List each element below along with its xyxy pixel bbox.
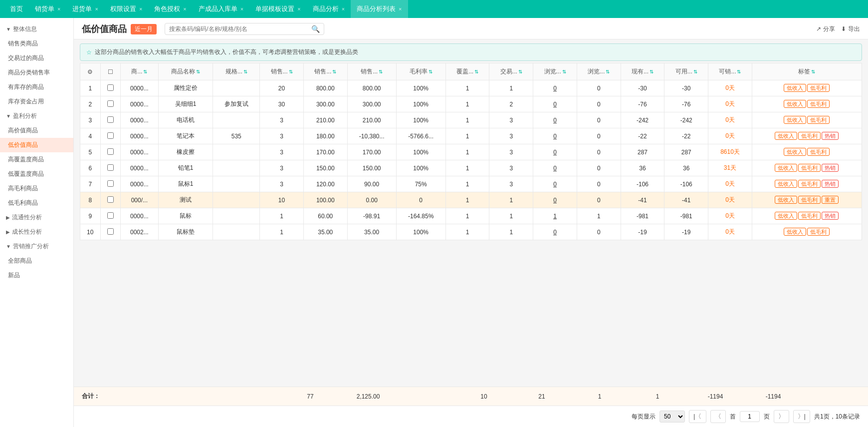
close-icon[interactable]: × bbox=[342, 6, 345, 12]
row-checkbox[interactable] bbox=[107, 228, 114, 235]
export-button[interactable]: ⬇ 导出 bbox=[841, 25, 860, 33]
nav-sales-order[interactable]: 销货单 × bbox=[29, 0, 66, 18]
period-tag-button[interactable]: 近一月 bbox=[131, 24, 157, 34]
table-row: 6 0000... 铅笔1 3 150.00 150.00 100% 1 3 0… bbox=[80, 160, 862, 176]
nav-roles[interactable]: 角色授权 × bbox=[148, 0, 192, 18]
col-sale2[interactable]: 销售...⇅ bbox=[303, 63, 347, 80]
col-checkbox[interactable]: ☐ bbox=[100, 63, 120, 80]
sidebar-group-growth[interactable]: ▶ 成长性分析 bbox=[0, 225, 73, 239]
first-page-button[interactable]: |〈 bbox=[689, 410, 706, 423]
col-sale1[interactable]: 销售...⇅ bbox=[260, 63, 304, 80]
browse-link[interactable]: 0 bbox=[553, 117, 557, 124]
footer-summary: 合计： 77 2,125.00 10 21 1 1 -1194 -1194 bbox=[74, 387, 868, 406]
last-page-button[interactable]: 〉| bbox=[793, 410, 810, 423]
col-spec[interactable]: 规格...⇅ bbox=[213, 63, 260, 80]
col-tags[interactable]: 标签⇅ bbox=[752, 63, 862, 80]
row-checkbox[interactable] bbox=[107, 132, 114, 139]
tag-badge: 重置 bbox=[822, 196, 839, 204]
col-margin[interactable]: 毛利率⇅ bbox=[396, 63, 445, 80]
close-icon[interactable]: × bbox=[297, 6, 300, 12]
sidebar-item-high-value[interactable]: 高价值商品 bbox=[0, 123, 73, 138]
browse-link[interactable]: 0 bbox=[553, 101, 557, 108]
page-input[interactable] bbox=[740, 411, 760, 422]
prev-page-button[interactable]: 〈 bbox=[710, 410, 726, 423]
sidebar-item-sales-products[interactable]: 销售类商品 bbox=[0, 36, 73, 51]
row-checkbox[interactable] bbox=[107, 116, 114, 123]
browse-link[interactable]: 0 bbox=[553, 197, 557, 204]
browse-link[interactable]: 0 bbox=[553, 149, 557, 156]
next-page-button[interactable]: 〉 bbox=[774, 410, 789, 423]
col-name[interactable]: 商品名称⇅ bbox=[159, 63, 213, 80]
main-content: 低价值商品 近一月 🔍 ↗ 分享 ⬇ 导出 ☆ 这部分商品的销售收入大幅低于商品… bbox=[74, 18, 868, 427]
sidebar-item-all-products[interactable]: 全部商品 bbox=[0, 254, 73, 268]
browse-link[interactable]: 0 bbox=[553, 85, 557, 92]
browse-link[interactable]: 0 bbox=[553, 181, 557, 188]
row-checkbox[interactable] bbox=[107, 212, 114, 219]
nav-product-analysis-list[interactable]: 商品分析列表 × bbox=[351, 0, 408, 18]
col-browse2[interactable]: 浏览...⇅ bbox=[577, 63, 621, 80]
col-trade[interactable]: 交易...⇅ bbox=[489, 63, 533, 80]
browse-link[interactable]: 0 bbox=[553, 165, 557, 172]
row-checkbox[interactable] bbox=[107, 84, 114, 91]
per-page-select[interactable]: 50 100 200 bbox=[659, 411, 685, 423]
sidebar-item-high-margin[interactable]: 高毛利商品 bbox=[0, 181, 73, 196]
col-current[interactable]: 现有...⇅ bbox=[621, 63, 664, 80]
sidebar-group-liquidity[interactable]: ▶ 流通性分析 bbox=[0, 210, 73, 225]
sidebar-item-inventory-products[interactable]: 有库存的商品 bbox=[0, 80, 73, 94]
chevron-down-icon: ▼ bbox=[6, 244, 11, 249]
search-input[interactable] bbox=[169, 25, 311, 32]
tag-badge: 低收入 bbox=[784, 100, 806, 108]
table-row: 5 0000... 橡皮擦 3 170.00 170.00 100% 1 3 0… bbox=[80, 144, 862, 160]
sidebar: ▼ 整体信息 销售类商品 交易过的商品 商品分类销售率 有库存的商品 库存资金占… bbox=[0, 18, 74, 427]
row-checkbox[interactable] bbox=[107, 164, 114, 171]
sidebar-group-overview[interactable]: ▼ 整体信息 bbox=[0, 22, 73, 36]
search-bar[interactable]: 🔍 bbox=[165, 23, 324, 35]
col-browse1[interactable]: 浏览...⇅ bbox=[533, 63, 577, 80]
sidebar-item-low-value[interactable]: 低价值商品 bbox=[0, 138, 73, 152]
row-checkbox[interactable] bbox=[107, 148, 114, 155]
nav-template-settings[interactable]: 单据模板设置 × bbox=[249, 0, 306, 18]
close-icon[interactable]: × bbox=[57, 6, 60, 12]
col-usable[interactable]: 可用...⇅ bbox=[664, 63, 708, 80]
footer-label: 合计： bbox=[82, 392, 100, 401]
sidebar-item-high-coverage[interactable]: 高覆盖度商品 bbox=[0, 152, 73, 167]
col-cover[interactable]: 覆盖...⇅ bbox=[445, 63, 489, 80]
row-checkbox[interactable] bbox=[107, 100, 114, 107]
sidebar-item-new-products[interactable]: 新品 bbox=[0, 268, 73, 283]
browse-link[interactable]: 1 bbox=[553, 213, 557, 220]
browse-link[interactable]: 0 bbox=[553, 133, 557, 140]
sidebar-item-low-margin[interactable]: 低毛利商品 bbox=[0, 196, 73, 210]
close-icon[interactable]: × bbox=[399, 6, 402, 12]
sidebar-item-category-sales[interactable]: 商品分类销售率 bbox=[0, 65, 73, 80]
close-icon[interactable]: × bbox=[183, 6, 186, 12]
tag-badge: 低毛利 bbox=[798, 212, 821, 220]
tag-badge: 热销 bbox=[822, 132, 839, 140]
close-icon[interactable]: × bbox=[139, 6, 142, 12]
page-title: 低价值商品 bbox=[82, 23, 127, 35]
nav-finished-goods[interactable]: 产成品入库单 × bbox=[193, 0, 249, 18]
nav-home[interactable]: 首页 bbox=[4, 0, 29, 18]
row-checkbox[interactable] bbox=[107, 180, 114, 187]
sidebar-group-marketing[interactable]: ▼ 营销推广分析 bbox=[0, 239, 73, 254]
table-row: 3 0000... 电话机 3 210.00 210.00 100% 1 3 0… bbox=[80, 112, 862, 128]
close-icon[interactable]: × bbox=[240, 6, 243, 12]
chevron-right-icon: ▶ bbox=[6, 229, 10, 235]
close-icon[interactable]: × bbox=[95, 6, 98, 12]
sidebar-item-traded-products[interactable]: 交易过的商品 bbox=[0, 51, 73, 65]
sidebar-group-profitability[interactable]: ▼ 盈利分析 bbox=[0, 109, 73, 123]
sidebar-item-inventory-capital[interactable]: 库存资金占用 bbox=[0, 94, 73, 109]
col-code[interactable]: 商...⇅ bbox=[120, 63, 158, 80]
nav-purchase-order[interactable]: 进货单 × bbox=[66, 0, 104, 18]
col-sale3[interactable]: 销售...⇅ bbox=[347, 63, 396, 80]
col-saleable[interactable]: 可销...⇅ bbox=[708, 63, 752, 80]
col-settings[interactable]: ⚙ bbox=[80, 63, 101, 80]
sidebar-item-low-coverage[interactable]: 低覆盖度商品 bbox=[0, 167, 73, 181]
tag-badge: 低收入 bbox=[775, 164, 797, 172]
tag-badge: 热销 bbox=[822, 180, 839, 188]
nav-product-analysis[interactable]: 商品分析 × bbox=[307, 0, 351, 18]
share-button[interactable]: ↗ 分享 bbox=[816, 25, 835, 33]
nav-permissions[interactable]: 权限设置 × bbox=[104, 0, 148, 18]
browse-link[interactable]: 0 bbox=[553, 229, 557, 236]
row-checkbox[interactable] bbox=[107, 196, 114, 203]
share-icon: ↗ bbox=[816, 25, 821, 32]
